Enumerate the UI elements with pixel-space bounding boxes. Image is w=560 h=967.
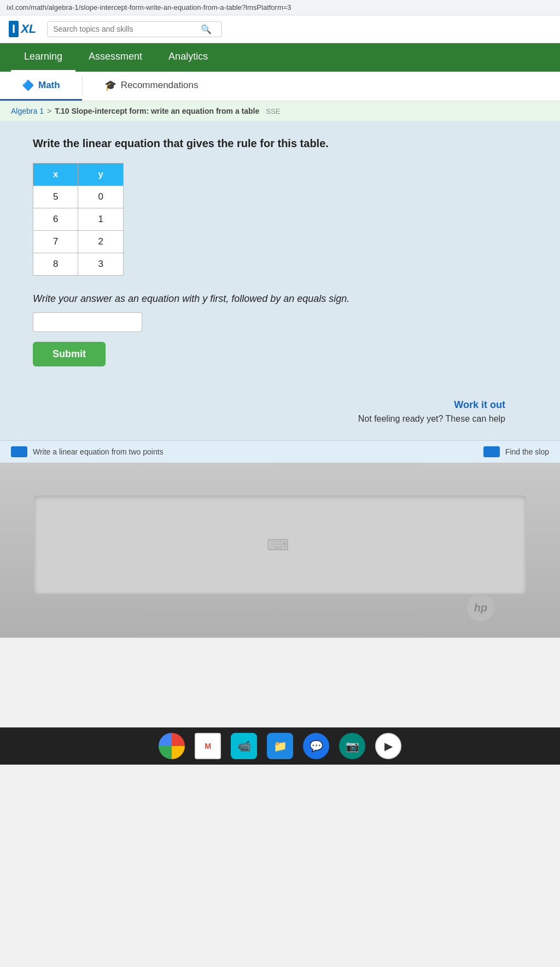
table-cell-y: 1 xyxy=(78,208,123,231)
table-cell-y: 3 xyxy=(78,253,123,276)
main-nav: Learning Assessment Analytics xyxy=(0,43,560,72)
math-icon: 🔷 xyxy=(22,79,34,91)
question-text: Write the linear equation that gives the… xyxy=(33,137,527,150)
col-header-y: y xyxy=(78,164,123,186)
taskbar-drive[interactable]: 📁 xyxy=(267,733,293,759)
keyboard-decoration: ⌨ xyxy=(267,536,293,554)
work-it-out-title: Work it out xyxy=(33,399,505,411)
breadcrumb-current: T.10 Slope-intercept form: write an equa… xyxy=(55,107,259,115)
search-icon: 🔍 xyxy=(201,24,212,34)
col-header-x: x xyxy=(33,164,78,186)
url-text: ixl.com/math/algebra-1/slope-intercept-f… xyxy=(7,3,291,11)
tab-math-label: Math xyxy=(38,80,60,91)
table-cell-y: 2 xyxy=(78,231,123,253)
nav-learning[interactable]: Learning xyxy=(11,43,75,72)
submit-button[interactable]: Submit xyxy=(33,342,106,366)
search-bar[interactable]: 🔍 xyxy=(47,21,222,37)
recommendations-icon: 🎓 xyxy=(104,79,116,91)
taskbar-meet[interactable]: 📹 xyxy=(231,733,257,759)
table-row: 83 xyxy=(33,253,124,276)
table-row: 61 xyxy=(33,208,124,231)
nav-analytics[interactable]: Analytics xyxy=(155,43,221,72)
data-table: x y 50617283 xyxy=(33,163,124,276)
table-cell-x: 8 xyxy=(33,253,78,276)
work-it-out-subtitle: Not feeling ready yet? These can help xyxy=(33,414,505,424)
taskbar-chrome[interactable] xyxy=(159,733,185,759)
tab-math[interactable]: 🔷 Math xyxy=(0,72,82,101)
rec-strip-icon-2 xyxy=(483,446,500,457)
breadcrumb-badge: SSE xyxy=(266,107,280,115)
answer-input[interactable] xyxy=(33,312,142,332)
logo-icon: I xyxy=(9,21,19,37)
table-row: 50 xyxy=(33,186,124,208)
breadcrumb: Algebra 1 > T.10 Slope-intercept form: w… xyxy=(0,101,560,121)
address-bar: ixl.com/math/algebra-1/slope-intercept-f… xyxy=(0,0,560,15)
search-input[interactable] xyxy=(53,25,201,33)
taskbar-chat[interactable]: 💬 xyxy=(303,733,329,759)
taskbar: M 📹 📁 💬 📷 ▶ xyxy=(0,727,560,765)
rec-strip-icon-1 xyxy=(11,446,27,457)
laptop-body: ⌨ hp xyxy=(0,463,560,638)
tab-recommendations[interactable]: 🎓 Recommendations xyxy=(83,72,220,101)
table-cell-x: 7 xyxy=(33,231,78,253)
rec-strip-text: Write a linear equation from two points xyxy=(33,447,164,456)
sub-tabs: 🔷 Math 🎓 Recommendations xyxy=(0,72,560,101)
table-cell-y: 0 xyxy=(78,186,123,208)
logo: I XL xyxy=(9,21,36,37)
content-area: Write the linear equation that gives the… xyxy=(0,121,560,440)
taskbar-gmail[interactable]: M xyxy=(195,733,221,759)
taskbar-duo[interactable]: 📷 xyxy=(339,733,365,759)
table-row: 72 xyxy=(33,231,124,253)
tab-recommendations-label: Recommendations xyxy=(121,80,199,91)
hp-logo: hp xyxy=(467,594,494,621)
taskbar-play[interactable]: ▶ xyxy=(375,733,401,759)
rec-strip-text-2: Find the slop xyxy=(505,447,549,456)
laptop-keyboard: ⌨ xyxy=(34,496,526,594)
work-it-out: Work it out Not feeling ready yet? These… xyxy=(33,399,527,424)
breadcrumb-root[interactable]: Algebra 1 xyxy=(11,107,44,115)
table-cell-x: 5 xyxy=(33,186,78,208)
answer-instruction: Write your answer as an equation with y … xyxy=(33,293,527,305)
rec-strip: Write a linear equation from two points … xyxy=(0,440,560,463)
header: I XL 🔍 xyxy=(0,15,560,43)
logo-text: XL xyxy=(21,22,36,36)
table-cell-x: 6 xyxy=(33,208,78,231)
nav-assessment[interactable]: Assessment xyxy=(75,43,155,72)
breadcrumb-separator: > xyxy=(47,107,51,115)
